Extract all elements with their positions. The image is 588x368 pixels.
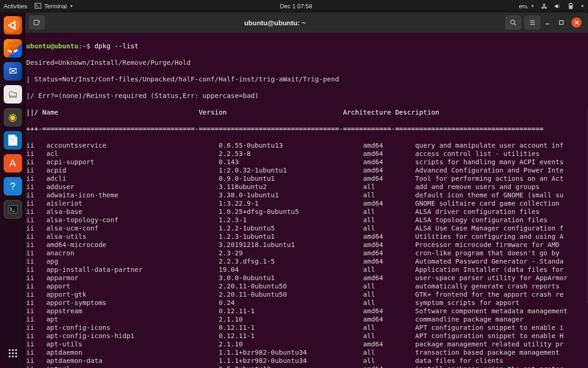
package-row: ii app-install-data-partner19.04allAppli… (26, 265, 588, 274)
terminal-icon (34, 2, 41, 11)
package-row: ii appstream0.12.11-1amd64Software compo… (26, 307, 588, 315)
svg-point-19 (12, 356, 14, 357)
dock-terminal-icon[interactable] (4, 200, 22, 218)
app-menu-label: Terminal (44, 3, 67, 10)
package-row: ii adduser3.118ubuntu2alladd and remove … (26, 183, 588, 191)
column-headers: ||/ NameVersionArchitectureDescription (26, 108, 588, 116)
chevron-down-icon: ▼ (531, 4, 534, 8)
dock-ubuntu-icon[interactable] (4, 16, 22, 34)
dock: 🦊 ✉ 🗂 ◉ 📄 A ? (0, 12, 25, 368)
package-row: ii alsa-utils1.2.3-1ubuntu1amd64Utilitie… (26, 232, 588, 241)
package-row: ii apport-symptoms0.24allsymptom scripts… (26, 299, 588, 307)
package-row: ii amd64-microcode3.20191218.1ubuntu1amd… (26, 241, 588, 249)
svg-point-13 (12, 349, 14, 351)
package-row: ii accountsservice0.6.55-0ubuntu13amd64q… (26, 141, 588, 150)
close-button[interactable]: ✕ (571, 17, 582, 28)
volume-icon[interactable] (554, 3, 561, 10)
package-row: ii apport-gtk2.20.11-0ubuntu50allGTK+ fr… (26, 290, 588, 299)
titlebar: ubuntu@ubuntu: ~ ✕ (25, 12, 588, 33)
package-row: ii alsa-topology-conf1.2.3-1allALSA topo… (26, 216, 588, 224)
network-icon[interactable] (541, 3, 548, 10)
package-row: ii apt-utils2.1.10amd64package managemen… (26, 340, 588, 348)
dock-rhythmbox-icon[interactable]: ◉ (4, 108, 22, 126)
hamburger-menu-button[interactable] (525, 16, 540, 29)
dock-help-icon[interactable]: ? (4, 177, 22, 196)
svg-point-24 (511, 20, 514, 24)
activities-button[interactable]: Activities (4, 3, 27, 10)
svg-point-15 (9, 352, 11, 354)
dpkg-header-1: Desired=Unknown/Install/Remove/Purge/Hol… (26, 58, 588, 67)
package-row: ii apt2.1.10amd64commandline package man… (26, 315, 588, 323)
package-row: ii adcli0.9.0-1ubuntu1amd64Tool for perf… (26, 174, 588, 183)
prompt-path: ~ (82, 42, 86, 50)
package-row: ii adwaita-icon-theme3.38.0-1ubuntu1alld… (26, 191, 588, 199)
svg-rect-3 (570, 3, 572, 3)
chevron-down-icon: ▼ (69, 4, 73, 8)
package-row: ii apg2.2.3.dfsg.1-5amd64Automated Passw… (26, 257, 588, 265)
new-tab-button[interactable] (29, 16, 45, 29)
maximize-button[interactable] (558, 19, 565, 26)
app-menu[interactable]: Terminal ▼ (34, 2, 73, 11)
gnome-top-bar: Activities Terminal ▼ Dec 1 07:58 en₁ ▼ … (0, 0, 588, 12)
package-row: ii aisleriot1:3.22.9-1amd64GNOME solitai… (26, 199, 588, 207)
package-row: ii acpi-support0.143amd64scripts for han… (26, 158, 588, 166)
svg-rect-0 (35, 3, 41, 8)
package-row: ii aptdaemon-data1.1.1+bzr982-0ubuntu34a… (26, 356, 588, 365)
svg-point-8 (13, 21, 16, 23)
package-row: ii apparmor3.0.0-0ubuntu1amd64user-space… (26, 274, 588, 282)
search-button[interactable] (505, 16, 521, 29)
svg-rect-10 (8, 206, 17, 213)
svg-rect-30 (560, 21, 563, 24)
package-row: ii acl2.2.53-8amd64access control list -… (26, 150, 588, 158)
terminal-content[interactable]: ubuntu@ubuntu:~$ dpkg --list Desired=Unk… (25, 33, 588, 368)
svg-rect-21 (34, 20, 39, 25)
package-row: ii acpid1:2.0.32-1ubuntu1amd64Advanced C… (26, 166, 588, 174)
svg-point-20 (15, 356, 17, 357)
battery-icon[interactable] (567, 3, 574, 10)
svg-point-16 (12, 352, 14, 354)
package-row: ii apt-config-icons-hidpi0.12.11-1allAPT… (26, 332, 588, 340)
package-row: ii apport2.20.11-0ubuntu50allautomatical… (26, 282, 588, 290)
package-row: ii alsa-base1.0.25+dfsg-0ubuntu5allALSA … (26, 207, 588, 216)
command: dpkg --list (94, 42, 138, 50)
svg-line-25 (514, 23, 516, 25)
dpkg-header-3: |/ Err?=(none)/Reinst-required (Status,E… (26, 92, 588, 100)
window-title: ubuntu@ubuntu: ~ (48, 19, 502, 27)
package-row: ii anacron2.3-29amd64cron-like program t… (26, 249, 588, 257)
svg-point-9 (13, 28, 16, 30)
terminal-window: ubuntu@ubuntu: ~ ✕ ubuntu@ubuntu:~$ dpkg… (25, 12, 588, 368)
dock-thunderbird-icon[interactable]: ✉ (4, 62, 22, 80)
divider-line: +++-====================================… (26, 125, 588, 133)
package-row: ii alsa-ucm-conf1.2.2-1ubuntu5allALSA Us… (26, 224, 588, 232)
input-source-indicator[interactable]: en₁ ▼ (519, 3, 534, 10)
package-row: ii apt-config-icons0.12.11-1allAPT confi… (26, 323, 588, 332)
svg-point-18 (9, 356, 11, 357)
dock-files-icon[interactable]: 🗂 (4, 85, 22, 104)
prompt-user: ubuntu@ubuntu (26, 42, 79, 50)
svg-point-17 (15, 352, 17, 354)
clock[interactable]: Dec 1 07:58 (73, 3, 519, 10)
minimize-button[interactable] (544, 19, 551, 26)
package-row: ii apturl0.5.2ubuntu19amd64install packa… (26, 365, 588, 368)
package-row: ii aptdaemon1.1.1+bzr982-0ubuntu34alltra… (26, 348, 588, 356)
system-menu-chevron-icon[interactable]: ▼ (581, 4, 584, 8)
svg-point-14 (15, 349, 17, 351)
svg-point-12 (9, 349, 11, 351)
dpkg-header-2: | Status=Not/Inst/Conf-files/Unpacked/ha… (26, 75, 588, 83)
dock-writer-icon[interactable]: 📄 (4, 131, 22, 150)
svg-rect-4 (570, 6, 572, 8)
svg-point-7 (8, 24, 10, 27)
dock-software-icon[interactable]: A (4, 154, 22, 172)
dock-firefox-icon[interactable]: 🦊 (4, 39, 22, 58)
show-applications-button[interactable] (4, 344, 22, 362)
